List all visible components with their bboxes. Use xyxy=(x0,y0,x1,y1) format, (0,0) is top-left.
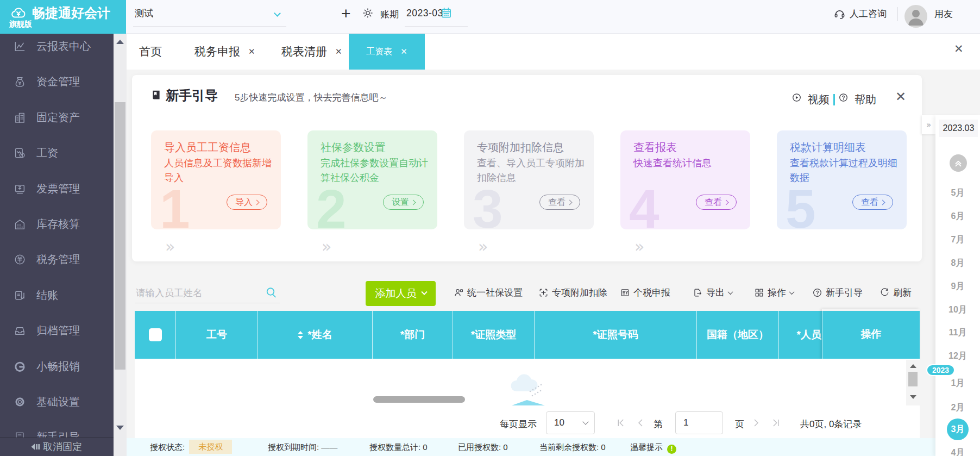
sidebar-scroll-thumb[interactable] xyxy=(115,102,125,370)
toolbar-operations-button[interactable]: 操作 xyxy=(754,286,794,299)
tab-home[interactable]: 首页 xyxy=(139,34,162,70)
calendar-scroll-up-button[interactable] xyxy=(950,154,967,172)
calendar-month-6[interactable]: 10月 xyxy=(935,304,980,316)
record-count: 共0页, 0条记录 xyxy=(800,418,862,430)
first-page-button[interactable] xyxy=(615,418,625,428)
calendar-icon[interactable] xyxy=(440,7,453,21)
period-underline xyxy=(405,26,468,27)
brand-name: 畅捷通好会计 xyxy=(32,4,110,22)
calendar-month-8[interactable]: 12月 xyxy=(935,350,980,362)
info-icon[interactable]: ! xyxy=(667,445,676,454)
table-scroll-up-icon[interactable] xyxy=(910,364,916,368)
column-header-name[interactable]: *姓名 xyxy=(257,311,372,359)
select-all-checkbox[interactable] xyxy=(149,328,162,341)
toolbar-export-button[interactable]: 导出 xyxy=(693,286,732,299)
last-page-button[interactable] xyxy=(771,418,781,428)
toolbar-item-label: 统一社保设置 xyxy=(467,286,523,299)
sidebar-item-label: 发票管理 xyxy=(36,182,80,196)
prev-page-button[interactable] xyxy=(636,418,645,428)
sidebar-item-funds-management[interactable]: 资金管理 xyxy=(0,70,114,94)
tab-close-icon[interactable]: ✕ xyxy=(335,47,342,57)
sidebar: 云报表中心资金管理固定资产工资发票管理库存核算税务管理结账归档管理小畅报销基础设… xyxy=(0,34,114,456)
toolbar-newbie-guide-button[interactable]: 新手引导 xyxy=(812,286,863,299)
footer-auth-total: 授权数量总计: 0 xyxy=(369,438,428,456)
table-vertical-scrollbar[interactable] xyxy=(906,360,920,405)
add-employee-button[interactable]: 添加人员 xyxy=(366,281,436,306)
tab-close-icon[interactable]: ✕ xyxy=(400,47,407,57)
calendar-month-2[interactable]: 6月 xyxy=(935,210,980,222)
tab-salary-sheet[interactable]: 工资表✕ xyxy=(349,34,425,70)
scan-icon xyxy=(538,288,549,298)
sidebar-item-fixed-assets[interactable]: 固定资产 xyxy=(0,105,114,129)
video-link[interactable]: 视频 xyxy=(808,92,830,107)
sidebar-scroll-up-icon[interactable] xyxy=(116,40,124,44)
tab-close-icon[interactable]: ✕ xyxy=(248,47,255,57)
calendar-collapse-tab[interactable]: » xyxy=(922,115,935,134)
horizontal-scrollbar-thumb[interactable] xyxy=(373,396,465,403)
sidebar-item-cloud-report-center[interactable]: 云报表中心 xyxy=(0,34,114,58)
help-link[interactable]: 帮助 xyxy=(855,92,876,107)
toolbar-refresh-button[interactable]: 刷新 xyxy=(880,286,912,299)
unpin-button[interactable]: 取消固定 xyxy=(0,438,114,456)
sidebar-item-xiaochang-expense[interactable]: 小畅报销 xyxy=(0,354,114,378)
footer-item-label: 当前剩余授权数: 0 xyxy=(539,442,606,452)
sidebar-item-basic-settings[interactable]: 基础设置 xyxy=(0,390,114,414)
user-name[interactable]: 用友 xyxy=(934,8,953,20)
toolbar-item-label: 刷新 xyxy=(893,286,912,299)
table-scroll-down-icon[interactable] xyxy=(910,395,916,399)
toolbar-special-additional-deduction-button[interactable]: 专项附加扣除 xyxy=(538,286,607,299)
step-chevron-icon: » xyxy=(165,237,175,256)
sidebar-item-invoice-management[interactable]: 发票管理 xyxy=(0,177,114,201)
guide-card-导入-button[interactable]: 导入 xyxy=(227,195,267,210)
tab-tax-filing[interactable]: 税务申报✕ xyxy=(194,34,255,70)
guide-card-desc: 快速查看统计信息 xyxy=(633,156,743,171)
close-all-tabs-button[interactable]: ✕ xyxy=(954,42,964,55)
guide-card-设置-button[interactable]: 设置 xyxy=(383,195,424,210)
period-value[interactable]: 2023-03 xyxy=(406,8,443,19)
support-link[interactable]: 人工咨询 xyxy=(850,8,887,20)
guide-close-icon[interactable]: ✕ xyxy=(895,89,906,104)
workspace-select[interactable]: 测试 xyxy=(135,7,153,20)
page-input[interactable]: 1 xyxy=(675,411,723,434)
calendar-month-7[interactable]: 11月 xyxy=(935,327,980,339)
tab-tax-register[interactable]: 税表清册✕ xyxy=(281,34,342,70)
toolbar-personal-tax-filing-button[interactable]: 个税申报 xyxy=(620,286,670,299)
avatar[interactable] xyxy=(904,5,927,28)
tab-label: 税务申报 xyxy=(194,44,240,59)
column-header-select[interactable] xyxy=(135,311,175,359)
chart-icon xyxy=(14,40,26,53)
calendar-month-12[interactable]: 4月 xyxy=(935,447,980,456)
gear-icon[interactable] xyxy=(362,7,374,21)
calendar-month-1[interactable]: 5月 xyxy=(935,187,980,199)
sidebar-item-tax-management[interactable]: 税务管理 xyxy=(0,248,114,272)
per-page-select[interactable]: 10 xyxy=(546,411,595,434)
sidebar-item-closing[interactable]: 结账 xyxy=(0,283,114,307)
sort-icon[interactable] xyxy=(298,331,303,339)
sidebar-item-archive-management[interactable]: 归档管理 xyxy=(0,319,114,343)
brand-edition: 旗舰版 xyxy=(9,20,32,29)
add-tab-button[interactable]: + xyxy=(341,4,351,23)
employee-search-input[interactable]: 请输入员工姓名 xyxy=(136,286,203,299)
calendar-month-3[interactable]: 7月 xyxy=(935,234,980,246)
toolbar-unified-social-security-button[interactable]: 统一社保设置 xyxy=(454,286,523,299)
sidebar-scrollbar[interactable] xyxy=(114,34,127,456)
sidebar-item-payroll[interactable]: 工资 xyxy=(0,141,114,165)
calendar-month-4[interactable]: 8月 xyxy=(935,257,980,269)
sidebar-item-inventory-accounting[interactable]: 库存核算 xyxy=(0,212,114,236)
period-calendar-panel: 2023.03 2023 5月6月7月8月9月10月11月12月1月2月3月4月 xyxy=(935,115,980,456)
calendar-month-9[interactable]: 1月 xyxy=(935,377,980,389)
invoice-icon xyxy=(14,183,26,195)
table-scroll-thumb[interactable] xyxy=(908,372,918,386)
footer-auth-status: 授权状态:未授权 xyxy=(150,438,232,456)
guide-card-查看-button[interactable]: 查看 xyxy=(852,195,893,210)
app-root: 畅捷通好会计 旗舰版 测试 + 账期 2023-03 人工咨询 用友 云报表中心… xyxy=(0,0,980,456)
guide-card-查看-button[interactable]: 查看 xyxy=(539,195,580,210)
calendar-month-11[interactable]: 3月 xyxy=(935,423,980,435)
calendar-month-10[interactable]: 2月 xyxy=(935,402,980,414)
step-chevron-icon: » xyxy=(478,237,488,256)
next-page-button[interactable] xyxy=(751,418,761,428)
calendar-month-5[interactable]: 9月 xyxy=(935,280,980,292)
search-icon[interactable] xyxy=(265,286,278,301)
guide-card-查看-button[interactable]: 查看 xyxy=(696,195,737,210)
sidebar-scroll-down-icon[interactable] xyxy=(116,426,124,430)
